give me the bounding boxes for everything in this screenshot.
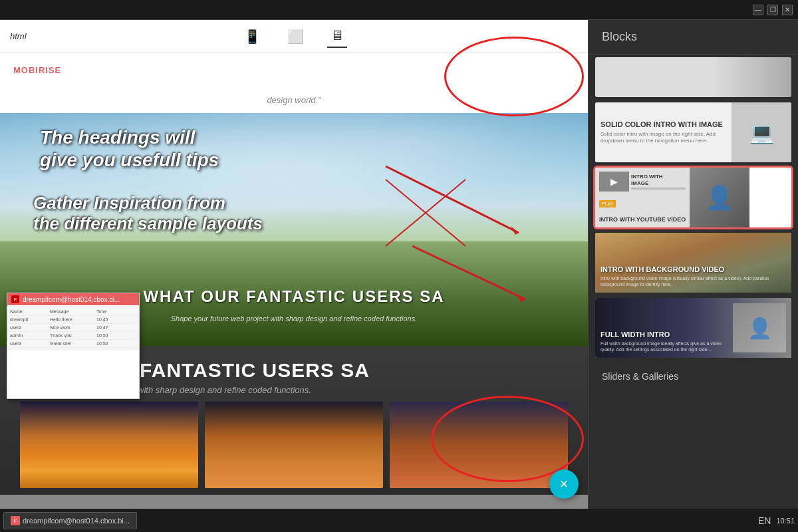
intro-bar: design world."	[0, 86, 588, 113]
block-yt-play-btn[interactable]: PLAY	[599, 200, 616, 207]
block-fullwidth-title: FULL WIDTH INTRO	[600, 331, 733, 339]
annotation-heading-2: Gather Inspiration from the different sa…	[33, 193, 263, 234]
close-button[interactable]: ✕	[782, 5, 793, 15]
chat-msg-1: Hello there	[50, 317, 96, 322]
block-item-fullwidth[interactable]: FULL WIDTH INTRO Full width background i…	[595, 298, 791, 358]
chat-name-1: dreampif	[10, 317, 50, 322]
chat-row-2: user2 Nice work 10:47	[10, 324, 136, 332]
block-thumb-yt: ▶ INTRO WITHIMAGE PLAY INTRO WITH YOUTUB…	[595, 168, 791, 227]
chat-name-2: user2	[10, 325, 50, 330]
block-solid-right: 💻	[732, 102, 791, 162]
fab-close-button[interactable]: ×	[549, 469, 579, 499]
chat-row-1: dreampif Hello there 10:45	[10, 316, 136, 324]
block-yt-video-thumb: ▶	[599, 172, 629, 192]
block-yt-line-1	[631, 188, 686, 190]
chat-col-time-header: Time	[96, 309, 136, 314]
block-yt-left: ▶ INTRO WITHIMAGE PLAY INTRO WITH YOUTUB…	[595, 168, 690, 227]
chat-row-4: user3 Great site! 10:52	[10, 340, 136, 348]
site-topbar: MOBIRISE	[0, 53, 588, 86]
block-item-solid-color[interactable]: SOLID COLOR INTRO WITH IMAGE Solid color…	[595, 102, 791, 162]
block-fullwidth-right: 👤	[733, 303, 786, 352]
chat-name-4: user3	[10, 341, 50, 346]
block-solid-desc: Solid color intro with image on the righ…	[600, 131, 726, 145]
taskbar-app-icon: F	[11, 516, 20, 525]
block-thumb-solid-left: SOLID COLOR INTRO WITH IMAGE Solid color…	[595, 102, 732, 162]
tablet-view-icon[interactable]: ⬜	[284, 25, 307, 48]
block-item-bg-video[interactable]: INTRO WITH BACKGROUND VIDEO Intro with b…	[595, 233, 791, 293]
chat-overlay[interactable]: F dreampifcom@host014.cbox.bi... Name Me…	[7, 293, 140, 399]
block-top-inner	[595, 57, 791, 97]
taskbar-app-label: dreampifcom@host014.cbox.bi...	[23, 517, 130, 525]
block-yt-mini-right: INTRO WITHIMAGE	[631, 172, 686, 192]
chat-header-row: Name Message Time	[10, 308, 136, 316]
canvas-area: MOBIRISE design world." The headings wil…	[0, 53, 588, 532]
chat-col-msg-header: Message	[50, 309, 96, 314]
testimonial-images	[20, 402, 568, 488]
chat-msg-2: Nice work	[50, 325, 96, 330]
block-yt-right: 👤	[690, 168, 749, 227]
person-icon: 👤	[747, 317, 772, 340]
chat-msg-4: Great site!	[50, 341, 96, 346]
testimonial-img-3	[390, 402, 568, 488]
toolbar-title: html	[10, 31, 27, 41]
block-fullwidth-content: FULL WIDTH INTRO Full width background i…	[600, 331, 733, 352]
testimonial-img-1	[20, 402, 198, 488]
block-solid-title: SOLID COLOR INTRO WITH IMAGE	[600, 120, 726, 129]
block-bgvid-thumb: INTRO WITH BACKGROUND VIDEO Intro with b…	[595, 233, 791, 293]
chat-header: F dreampifcom@host014.cbox.bi...	[7, 293, 139, 305]
toolbar: html 📱 ⬜ 🖥	[0, 20, 588, 53]
block-bgvid-title: INTRO WITH BACKGROUND VIDEO	[600, 265, 786, 274]
taskbar-time: 10:51	[776, 517, 795, 525]
chat-time-1: 10:45	[96, 317, 136, 322]
chat-title: dreampifcom@host014.cbox.bi...	[23, 296, 120, 303]
chat-name-3: admin	[10, 333, 50, 338]
mobile-view-icon[interactable]: 📱	[241, 25, 264, 48]
chat-time-4: 10:52	[96, 341, 136, 346]
block-fullwidth-thumb: FULL WIDTH INTRO Full width background i…	[595, 298, 791, 358]
desktop-view-icon[interactable]: 🖥	[327, 25, 347, 48]
chat-icon: F	[11, 295, 19, 303]
annotation-heading-1: The headings will give you usefull tips	[40, 126, 219, 171]
block-bgvid-content: INTRO WITH BACKGROUND VIDEO Intro with b…	[600, 265, 786, 287]
chat-row-3: admin Thank you 10:50	[10, 332, 136, 340]
chat-body: Name Message Time dreampif Hello there 1…	[7, 305, 139, 350]
block-yt-title: INTRO WITH YOUTUBE VIDEO	[599, 216, 686, 223]
title-bar: — ❐ ✕	[0, 0, 798, 20]
block-yt-title-mini: INTRO WITHIMAGE	[631, 174, 686, 186]
block-bgvid-desc: Intro with background video image (visua…	[600, 275, 786, 287]
taskbar-flag: EN	[758, 515, 771, 526]
chat-col-name-header: Name	[10, 309, 50, 314]
taskbar-right: EN 10:51	[758, 515, 795, 526]
block-fullwidth-desc: Full width background image ideally affe…	[600, 340, 733, 352]
person-silhouette-icon: 👤	[705, 184, 734, 211]
taskbar: F dreampifcom@host014.cbox.bi... EN 10:5…	[0, 509, 798, 532]
testimonial-img-2	[205, 402, 383, 488]
laptop-icon: 💻	[749, 121, 774, 144]
taskbar-app-btn[interactable]: F dreampifcom@host014.cbox.bi...	[3, 512, 137, 529]
restore-button[interactable]: ❐	[767, 5, 778, 15]
intro-bar-text: design world."	[267, 95, 321, 105]
blocks-panel: Blocks SOLID COLOR INTRO WITH IMAGE Soli…	[588, 20, 798, 532]
minimize-button[interactable]: —	[753, 5, 763, 15]
block-item-youtube[interactable]: ▶ INTRO WITHIMAGE PLAY INTRO WITH YOUTUB…	[595, 168, 791, 227]
chat-msg-3: Thank you	[50, 333, 96, 338]
site-logo: MOBIRISE	[13, 65, 61, 75]
play-icon: ▶	[610, 176, 618, 187]
chat-time-3: 10:50	[96, 333, 136, 338]
blocks-header: Blocks	[589, 20, 798, 55]
chat-time-2: 10:47	[96, 325, 136, 330]
block-top-partial[interactable]	[595, 57, 791, 97]
block-yt-mini: ▶ INTRO WITHIMAGE	[599, 172, 686, 192]
section-label-sliders: Sliders & Galleries	[589, 363, 798, 385]
block-thumb-solid: SOLID COLOR INTRO WITH IMAGE Solid color…	[595, 102, 791, 162]
